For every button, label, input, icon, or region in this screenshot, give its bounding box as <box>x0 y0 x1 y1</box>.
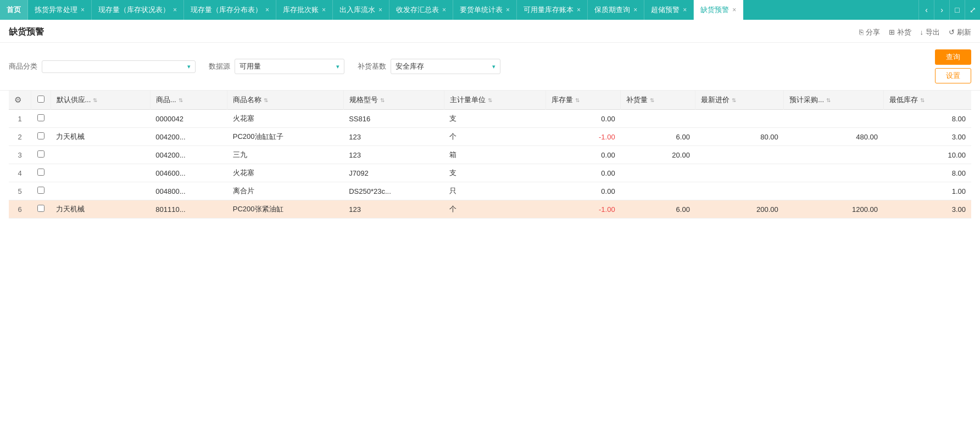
tab-next-btn[interactable]: › <box>934 0 949 20</box>
tab-inventory-dist-close[interactable]: × <box>265 6 269 14</box>
cell-unit-5: 只 <box>444 182 545 200</box>
row-num-5: 5 <box>9 182 31 200</box>
data-table: ⚙ 默认供应... ⇅ 商品... ⇅ <box>9 91 971 218</box>
tab-batch-account[interactable]: 库存批次账 × <box>276 0 333 20</box>
cell-product-name-5: 离合片 <box>227 182 343 200</box>
th-supplier[interactable]: 默认供应... ⇅ <box>51 91 150 110</box>
th-product-code-label: 商品... <box>156 95 176 105</box>
row-select-4[interactable] <box>37 169 44 176</box>
tab-overstock-close[interactable]: × <box>683 6 687 14</box>
cell-replenish-6: 6.00 <box>621 200 695 218</box>
tab-exception-close[interactable]: × <box>81 6 85 14</box>
cell-product-name-4: 火花塞 <box>227 164 343 182</box>
tab-expiry[interactable]: 保质期查询 × <box>588 0 644 20</box>
replenish-base-select[interactable]: 安全库存 ▾ <box>391 59 500 74</box>
th-unit[interactable]: 主计量单位 ⇅ <box>444 91 545 110</box>
replenish-base-value: 安全库存 <box>396 61 424 71</box>
row-checkbox-5[interactable] <box>31 182 51 200</box>
export-icon: ↓ <box>920 28 924 36</box>
export-button[interactable]: ↓ 导出 <box>920 27 940 37</box>
tab-inventory-dist[interactable]: 现存量（库存分布表） × <box>184 0 276 20</box>
cell-spec-3: 123 <box>343 146 444 164</box>
th-replenish[interactable]: 补货量 ⇅ <box>621 91 695 110</box>
product-code-sort-icon: ⇅ <box>179 97 183 103</box>
cell-supplier-2: 力天机械 <box>51 128 150 146</box>
th-est-purchase-label: 预计采购... <box>789 95 824 105</box>
datasource-value: 可用量 <box>240 61 261 71</box>
row-checkbox-3[interactable] <box>31 146 51 164</box>
tab-shortage-close[interactable]: × <box>732 6 736 14</box>
column-settings-icon[interactable]: ⚙ <box>14 95 21 104</box>
row-checkbox-4[interactable] <box>31 164 51 182</box>
th-settings: ⚙ <box>9 91 31 110</box>
row-num-3: 3 <box>9 146 31 164</box>
cell-min-stock-5: 1.00 <box>883 182 971 200</box>
cell-est-purchase-3 <box>784 146 883 164</box>
cell-unit-1: 支 <box>444 110 545 128</box>
th-unit-label: 主计量单位 <box>450 95 486 105</box>
replenish-label: 补货 <box>897 27 911 37</box>
cell-est-purchase-2: 480.00 <box>784 128 883 146</box>
row-num-1: 1 <box>9 110 31 128</box>
category-select[interactable]: ▾ <box>42 60 196 73</box>
row-checkbox-1[interactable] <box>31 110 51 128</box>
datasource-select[interactable]: 可用量 ▾ <box>235 59 344 74</box>
tab-shortage[interactable]: 缺货预警 × <box>694 0 743 20</box>
refresh-button[interactable]: ↺ 刷新 <box>949 27 971 37</box>
tab-overstock[interactable]: 超储预警 × <box>644 0 694 20</box>
page-header: 缺货预警 ⎘ 分享 ⊞ 补货 ↓ 导出 ↺ 刷新 <box>0 20 980 43</box>
tab-collection-close[interactable]: × <box>442 6 446 14</box>
replenish-base-arrow-icon: ▾ <box>492 63 495 70</box>
row-checkbox-6[interactable] <box>31 200 51 218</box>
tab-order-stats[interactable]: 要货单统计表 × <box>453 0 517 20</box>
row-select-3[interactable] <box>37 150 44 158</box>
tab-inventory-status[interactable]: 现存量（库存状况表） × <box>92 0 184 20</box>
table-row: 6 力天机械 801110... PC200张紧油缸 123 个 -1.00 6… <box>9 200 971 218</box>
tab-inout-flow[interactable]: 出入库流水 × <box>333 0 389 20</box>
table-row: 5 004800... 离合片 DS250*23c... 只 0.00 1.00 <box>9 182 971 200</box>
tab-exception[interactable]: 拣货异常处理 × <box>28 0 92 20</box>
th-product-code[interactable]: 商品... ⇅ <box>150 91 227 110</box>
th-stock[interactable]: 库存量 ⇅ <box>545 91 620 110</box>
tab-prev-btn[interactable]: ‹ <box>918 0 934 20</box>
row-select-6[interactable] <box>37 205 44 212</box>
th-est-purchase[interactable]: 预计采购... ⇅ <box>784 91 883 110</box>
cell-stock-1: 0.00 <box>545 110 620 128</box>
cell-replenish-5 <box>621 182 695 200</box>
th-product-name[interactable]: 商品名称 ⇅ <box>227 91 343 110</box>
share-button[interactable]: ⎘ 分享 <box>859 27 880 37</box>
replenish-button[interactable]: ⊞ 补货 <box>889 27 911 37</box>
cell-spec-2: 123 <box>343 128 444 146</box>
row-checkbox-2[interactable] <box>31 128 51 146</box>
tab-order-stats-close[interactable]: × <box>506 6 510 14</box>
settings-button[interactable]: 设置 <box>935 68 971 83</box>
tab-available-ledger[interactable]: 可用量库存账本 × <box>517 0 588 20</box>
tab-available-ledger-close[interactable]: × <box>577 6 581 14</box>
tab-expiry-label: 保质期查询 <box>594 5 630 15</box>
share-label: 分享 <box>866 27 880 37</box>
tab-inout-flow-close[interactable]: × <box>378 6 382 14</box>
tab-batch-account-label: 库存批次账 <box>283 5 319 15</box>
tab-fullscreen-btn[interactable]: ⤢ <box>965 0 980 20</box>
th-min-stock[interactable]: 最低库存 ⇅ <box>883 91 971 110</box>
est-purchase-sort-icon: ⇅ <box>826 97 831 103</box>
tab-window-btn[interactable]: □ <box>949 0 965 20</box>
select-all-checkbox[interactable] <box>37 96 44 103</box>
cell-supplier-6: 力天机械 <box>51 200 150 218</box>
cell-replenish-2: 6.00 <box>621 128 695 146</box>
unit-sort-icon: ⇅ <box>488 97 492 103</box>
th-spec[interactable]: 规格型号 ⇅ <box>343 91 444 110</box>
query-button[interactable]: 查询 <box>935 49 971 65</box>
row-select-1[interactable] <box>37 114 44 121</box>
tab-inventory-status-close[interactable]: × <box>173 6 177 14</box>
row-select-2[interactable] <box>37 132 44 139</box>
tab-home[interactable]: 首页 <box>0 0 28 20</box>
cell-product-code-6: 801110... <box>150 200 227 218</box>
tab-batch-account-close[interactable]: × <box>322 6 326 14</box>
tab-expiry-close[interactable]: × <box>633 6 637 14</box>
tab-collection[interactable]: 收发存汇总表 × <box>389 0 453 20</box>
tab-inout-flow-label: 出入库流水 <box>339 5 375 15</box>
th-latest-price[interactable]: 最新进价 ⇅ <box>695 91 784 110</box>
row-select-5[interactable] <box>37 187 44 194</box>
tab-available-ledger-label: 可用量库存账本 <box>524 5 573 15</box>
